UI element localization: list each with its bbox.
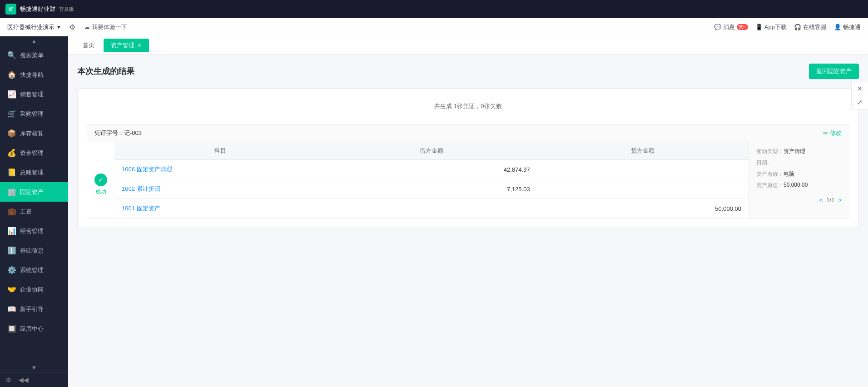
sidebar-item-label: 新手引导: [20, 305, 44, 313]
table-row: 1602 累计折旧 7,125.03: [114, 179, 749, 199]
app-download-button[interactable]: 📱 App下载: [755, 23, 787, 31]
cell-credit-3: 50,000.00: [537, 200, 749, 218]
change-type-value: 资产清理: [784, 148, 805, 155]
table-row: 1601 固定资产 50,000.00: [114, 199, 749, 218]
sidebar-scroll-up[interactable]: ▲: [0, 36, 68, 45]
search-icon: 🔍: [7, 51, 16, 60]
sidebar-item-guide[interactable]: 📖 新手引导: [0, 299, 68, 319]
workspace-selector[interactable]: 医疗器械行业演示 ▾: [7, 23, 60, 31]
sidebar-item-purchase[interactable]: 🛒 采购管理: [0, 104, 68, 124]
tab-asset-mgmt[interactable]: 资产管理 ✕: [104, 39, 149, 52]
sidebar-settings-icon[interactable]: ⚙: [5, 376, 11, 383]
logo-area: 好 畅捷通好业财 普及版: [5, 4, 74, 15]
sidebar-item-operations[interactable]: 📊 经营管理: [0, 221, 68, 241]
sidebar-item-quick-nav[interactable]: 🏠 快捷导航: [0, 65, 68, 84]
return-button[interactable]: 返回固定资产: [809, 64, 859, 79]
inventory-icon: 📦: [7, 129, 16, 138]
page-content: ✕ ⤢ 本次生成的结果 返回固定资产 共生成 1张凭证，0张失败 凭证字号：记-…: [68, 55, 868, 387]
tab-asset-mgmt-label: 资产管理: [111, 41, 134, 50]
home-icon: 🏠: [7, 70, 16, 79]
sidebar-item-app-center[interactable]: 🔲 应用中心: [0, 319, 68, 338]
capital-icon: 💰: [7, 149, 16, 157]
message-badge: 99+: [737, 24, 748, 30]
close-button[interactable]: ✕: [852, 82, 868, 95]
change-type-label: 变动类型：: [756, 148, 784, 155]
sidebar-item-search[interactable]: 🔍 搜索菜单: [0, 45, 68, 65]
sidebar-item-label: 应用中心: [20, 325, 44, 333]
tab-home[interactable]: 首页: [75, 39, 102, 52]
edit-icon: ✏: [823, 130, 828, 137]
settings-nav-icon[interactable]: ⚙: [66, 21, 79, 34]
online-service-button[interactable]: 🎧 在线客服: [794, 23, 827, 31]
asset-name-value: 电脑: [784, 170, 794, 178]
original-value-label: 资产原值：: [756, 182, 784, 189]
nav-bar: 医疗器械行业演示 ▾ ⚙ ☁ 我要体验一下 💬 消息 99+ 📱 App下载 🎧…: [0, 18, 868, 36]
page-next-icon[interactable]: >: [838, 197, 842, 203]
voucher-main: ✓ 成功 科目 借方金额 贷方金额: [87, 142, 749, 218]
sidebar-scroll-down[interactable]: ▼: [0, 363, 68, 372]
content-area: 首页 资产管理 ✕ ✕ ⤢ 本次生成的结果 返回固定资产: [68, 36, 868, 387]
sidebar-item-cooperation[interactable]: 🤝 企业协同: [0, 280, 68, 299]
user-avatar-icon: 👤: [834, 24, 841, 30]
top-header: 好 畅捷通好业财 普及版: [0, 0, 868, 18]
sidebar-item-system[interactable]: ⚙️ 系统管理: [0, 260, 68, 280]
expand-button[interactable]: ⤢: [852, 95, 868, 109]
sidebar-item-capital[interactable]: 💰 资金管理: [0, 143, 68, 163]
voucher-table: 科目 借方金额 贷方金额 1606 固定资产清理 42,874.97: [114, 142, 749, 218]
sidebar-collapse-icon[interactable]: ◀◀: [19, 376, 29, 383]
edit-button[interactable]: ✏ 修改: [823, 129, 842, 137]
page-info: 1/1: [826, 197, 834, 203]
cell-credit-2: [537, 184, 749, 194]
asset-name-label: 资产名称：: [756, 170, 784, 178]
voucher-block: 凭证字号：记-003 ✏ 修改 ✓: [87, 124, 849, 218]
voucher-no: 凭证字号：记-003: [94, 129, 142, 137]
original-value-value: 50,000.00: [784, 182, 808, 189]
col-debit: 借方金额: [326, 142, 537, 159]
logo-text: 畅捷通好业财: [20, 5, 55, 13]
feedback-label: 我要体验一下: [92, 23, 127, 31]
ledger-icon: 📒: [7, 168, 16, 177]
sidebar-item-label: 经营管理: [20, 227, 44, 235]
main-layout: ▲ 🔍 搜索菜单 🏠 快捷导航 📈 销售管理 🛒 采购管理 📦 库存核算: [0, 36, 868, 387]
app-download-label: App下载: [764, 23, 787, 31]
sidebar-item-label: 系统管理: [20, 266, 44, 274]
sidebar-item-label: 企业协同: [20, 286, 44, 294]
sales-icon: 📈: [7, 90, 16, 99]
window-controls: ✕ ⤢: [851, 82, 868, 109]
page-prev-icon[interactable]: <: [819, 197, 823, 203]
cell-subject-2: 1602 累计折旧: [114, 179, 326, 198]
sidebar-item-fixed-assets[interactable]: 🏢 固定资产: [0, 182, 68, 202]
nav-bar-left: 医疗器械行业演示 ▾ ⚙ ☁ 我要体验一下: [7, 21, 127, 34]
logo-icon: 好: [5, 4, 16, 15]
col-subject: 科目: [114, 142, 326, 159]
sidebar-item-sales[interactable]: 📈 销售管理: [0, 84, 68, 104]
app-center-icon: 🔲: [7, 324, 16, 333]
purchase-icon: 🛒: [7, 109, 16, 118]
edit-label: 修改: [830, 129, 842, 137]
sidebar-item-salary[interactable]: 💼 工资: [0, 202, 68, 221]
nav-bar-right: 💬 消息 99+ 📱 App下载 🎧 在线客服 👤 畅捷通: [714, 23, 861, 31]
status-column: ✓ 成功: [87, 142, 114, 218]
feedback-icon: ☁: [84, 24, 90, 30]
user-area[interactable]: 👤 畅捷通: [834, 23, 861, 31]
sidebar-item-label: 销售管理: [20, 90, 44, 99]
side-row-asset-name: 资产名称： 电脑: [756, 170, 842, 178]
sidebar-item-inventory[interactable]: 📦 库存核算: [0, 124, 68, 143]
app-download-icon: 📱: [755, 24, 763, 30]
sidebar-scroll: 🔍 搜索菜单 🏠 快捷导航 📈 销售管理 🛒 采购管理 📦 库存核算 💰: [0, 45, 68, 363]
sidebar-item-label: 固定资产: [20, 188, 44, 196]
cell-debit-1: 42,874.97: [326, 161, 537, 179]
sidebar-item-basic-info[interactable]: ℹ️ 基础信息: [0, 241, 68, 260]
close-icon: ✕: [857, 85, 863, 92]
system-icon: ⚙️: [7, 266, 16, 274]
message-button[interactable]: 💬 消息 99+: [714, 23, 748, 31]
page-title: 本次生成的结果: [77, 66, 134, 77]
sidebar-item-ledger[interactable]: 📒 总账管理: [0, 163, 68, 182]
feedback-button[interactable]: ☁ 我要体验一下: [84, 23, 127, 31]
page-header: 本次生成的结果 返回固定资产: [77, 64, 859, 79]
fixed-assets-icon: 🏢: [7, 188, 16, 196]
tab-close-icon[interactable]: ✕: [137, 42, 142, 49]
cell-subject-3: 1601 固定资产: [114, 199, 326, 218]
badge-plus: +: [744, 25, 746, 30]
cell-debit-2: 7,125.03: [326, 180, 537, 198]
